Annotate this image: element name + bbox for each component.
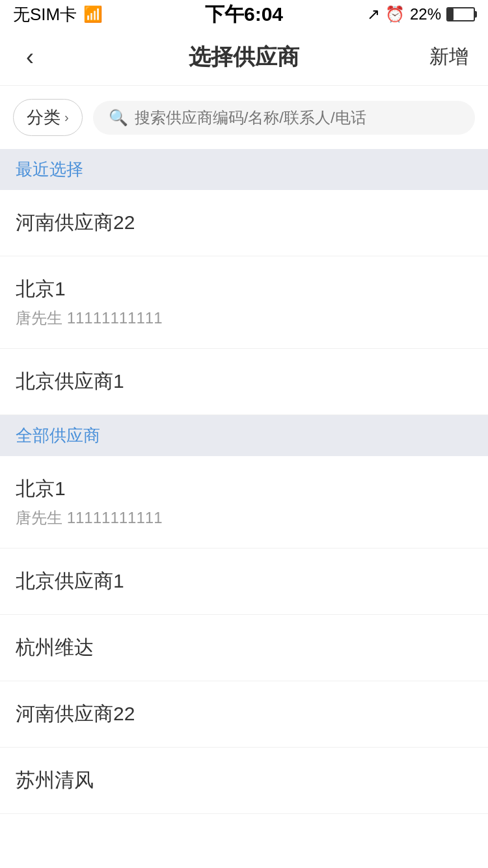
item-sub: 唐先生 11111111111 (16, 308, 472, 329)
list-item[interactable]: 北京供应商1 (0, 349, 488, 415)
all-list: 北京1唐先生 11111111111北京供应商1杭州维达河南供应商22苏州清风 (0, 456, 488, 814)
recent-list: 河南供应商22北京1唐先生 11111111111北京供应商1 (0, 190, 488, 415)
item-name: 北京供应商1 (16, 568, 472, 595)
status-time: 下午6:04 (205, 1, 283, 28)
item-name: 北京供应商1 (16, 368, 472, 395)
status-right: ↗ ⏰ 22% (367, 5, 475, 23)
alarm-icon: ⏰ (385, 5, 405, 23)
item-name: 杭州维达 (16, 634, 472, 661)
battery-percentage: 22% (410, 5, 441, 23)
item-name: 北京1 (16, 276, 472, 303)
item-name: 河南供应商22 (16, 210, 472, 236)
carrier-label: 无SIM卡 (13, 3, 77, 26)
recent-section-header: 最近选择 (0, 149, 488, 190)
status-bar: 无SIM卡 📶 下午6:04 ↗ ⏰ 22% (0, 0, 488, 29)
item-name: 河南供应商22 (16, 701, 472, 727)
category-label: 分类 (27, 106, 61, 129)
location-icon: ↗ (367, 5, 380, 23)
nav-bar: ‹ 选择供应商 新增 (0, 29, 488, 86)
search-input-wrapper: 🔍 (93, 101, 475, 135)
list-item[interactable]: 北京1唐先生 11111111111 (0, 256, 488, 349)
chevron-right-icon: › (64, 110, 69, 125)
item-name: 北京1 (16, 476, 472, 502)
list-item[interactable]: 北京供应商1 (0, 549, 488, 615)
list-item[interactable]: 河南供应商22 (0, 190, 488, 256)
search-input[interactable] (135, 109, 459, 127)
search-bar: 分类 › 🔍 (0, 86, 488, 149)
back-button[interactable]: ‹ (20, 37, 40, 77)
list-item[interactable]: 苏州清风 (0, 748, 488, 814)
list-item[interactable]: 河南供应商22 (0, 681, 488, 748)
status-left: 无SIM卡 📶 (13, 3, 103, 26)
battery-icon (446, 7, 475, 21)
item-name: 苏州清风 (16, 767, 472, 794)
page-title: 选择供应商 (189, 42, 299, 72)
list-item[interactable]: 北京1唐先生 11111111111 (0, 456, 488, 549)
all-section-header: 全部供应商 (0, 415, 488, 456)
search-icon: 🔍 (109, 109, 128, 127)
category-button[interactable]: 分类 › (13, 99, 83, 136)
item-sub: 唐先生 11111111111 (16, 508, 472, 528)
add-button[interactable]: 新增 (429, 44, 468, 70)
list-item[interactable]: 杭州维达 (0, 615, 488, 681)
wifi-icon: 📶 (83, 5, 103, 23)
